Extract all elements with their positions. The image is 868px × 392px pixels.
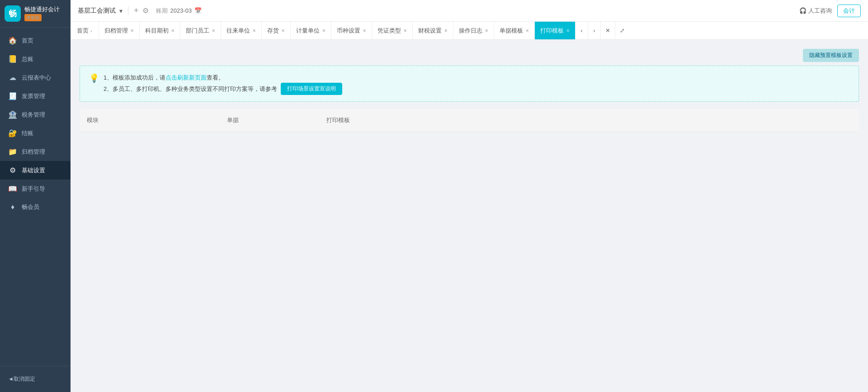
help-button[interactable]: 🎧 人工咨询	[799, 7, 832, 15]
sidebar-item-guide[interactable]: 📖 新手引导	[0, 179, 71, 198]
notice-content: 1、模板添加成功后，请点击刷新新页面查看。 2、多员工、多打印机、多种业务类型设…	[104, 72, 342, 95]
tab-close-icon[interactable]: ×	[444, 28, 448, 34]
tab-label: 科目期初	[145, 27, 169, 35]
sidebar-item-settings[interactable]: ⚙ 基础设置	[0, 161, 71, 179]
tab-expand-button[interactable]: ⤢	[615, 22, 630, 40]
home-icon: 🏠	[8, 36, 17, 45]
global-settings-button[interactable]: ⚙	[142, 6, 149, 15]
ledger-icon: 📒	[8, 55, 17, 63]
notice-box: 💡 1、模板添加成功后，请点击刷新新页面查看。 2、多员工、多打印机、多种业务类…	[80, 66, 859, 102]
sidebar-item-label: 首页	[22, 37, 33, 45]
notice-line1-suffix: 查看。	[207, 74, 224, 81]
company-selector[interactable]: 基层工会测试 ▾	[78, 7, 123, 15]
tab-close-icon[interactable]: ×	[131, 28, 134, 34]
tax-icon: 🏦	[8, 110, 17, 119]
tab-label: 凭证类型	[377, 27, 401, 35]
tab-currency[interactable]: 币种设置 ×	[331, 22, 372, 40]
print-scene-button[interactable]: 打印场景设置宣说明	[281, 83, 342, 95]
sidebar-item-invoice[interactable]: 🧾 发票管理	[0, 87, 71, 105]
period-label: 账期	[156, 7, 168, 15]
hide-template-button[interactable]: 隐藏预置模板设置	[803, 49, 859, 62]
tab-units[interactable]: 计量单位 ×	[291, 22, 331, 40]
tab-close-icon[interactable]: ×	[404, 28, 407, 34]
tab-operation-log[interactable]: 操作日志 ×	[453, 22, 494, 40]
table-col-receipt: 单据	[220, 113, 319, 127]
tab-home[interactable]: 首页 ›	[71, 22, 99, 40]
sidebar-item-label: 归档管理	[22, 148, 45, 156]
headset-icon: 🎧	[799, 7, 807, 14]
logo-icon: 畅	[5, 5, 21, 22]
tab-customers[interactable]: 往来单位 ×	[221, 22, 262, 40]
unpin-label: ◄取消固定	[8, 375, 35, 383]
sidebar-item-member[interactable]: ♦ 畅会员	[0, 198, 71, 216]
app-name: 畅捷通好会计	[24, 6, 60, 14]
sidebar-item-archive[interactable]: 📁 归档管理	[0, 142, 71, 161]
tab-home-arrow: ›	[90, 28, 92, 33]
notice-line2: 2、多员工、多打印机、多种业务类型设置不同打印方案等，请参考 打印场景设置宣说明	[104, 83, 342, 95]
tab-tax-settings[interactable]: 财税设置 ×	[413, 22, 453, 40]
invoice-icon: 🧾	[8, 92, 17, 100]
tab-voucher-type[interactable]: 凭证类型 ×	[372, 22, 413, 40]
notice-refresh-link[interactable]: 点击刷新新页面	[165, 74, 207, 81]
reports-icon: ☁	[8, 73, 17, 82]
tabbar: 首页 › 归档管理 × 科目期初 × 部门员工 × 往来单位 × 存货 × 计量…	[71, 22, 868, 40]
tab-label: 存货	[267, 27, 279, 35]
sidebar-item-label: 税务管理	[22, 111, 45, 119]
notice-line1-prefix: 1、模板添加成功后，请	[104, 74, 165, 81]
company-dropdown-icon[interactable]: ▾	[119, 7, 123, 14]
calendar-icon[interactable]: 📅	[194, 7, 202, 14]
sidebar-footer: ◄取消固定	[0, 366, 71, 392]
tab-subject-init[interactable]: 科目期初 ×	[140, 22, 180, 40]
add-tab-button[interactable]: +	[134, 6, 139, 15]
guide-icon: 📖	[8, 184, 17, 193]
topbar: 基层工会测试 ▾ + ⚙ 账期 2023-03 📅 🎧 人工咨询 会计	[71, 0, 868, 22]
sidebar-nav: 🏠 首页 📒 总账 ☁ 云报表中心 🧾 发票管理 🏦 税务管理 🔐 结账 📁 归…	[0, 28, 71, 366]
sidebar-item-reports[interactable]: ☁ 云报表中心	[0, 68, 71, 87]
tab-label: 币种设置	[337, 27, 360, 35]
tab-next-button[interactable]: ›	[588, 22, 601, 40]
tab-close-icon[interactable]: ×	[485, 28, 488, 34]
tab-close-icon[interactable]: ×	[282, 28, 285, 34]
tab-inventory[interactable]: 存货 ×	[262, 22, 291, 40]
unpin-button[interactable]: ◄取消固定	[0, 372, 71, 387]
tab-close-icon[interactable]: ×	[322, 28, 326, 34]
account-label: 会计	[843, 7, 855, 14]
tab-close-icon[interactable]: ×	[171, 28, 175, 34]
table-col-template: 打印模板	[319, 113, 859, 127]
app-logo: 畅 畅捷通好会计 体验版	[0, 0, 71, 28]
notice-line2-prefix: 2、多员工、多打印机、多种业务类型设置不同打印方案等，请参考	[104, 84, 277, 94]
tab-label: 打印模板	[540, 27, 564, 35]
tab-close-icon[interactable]: ×	[212, 28, 215, 34]
tab-archive[interactable]: 归档管理 ×	[99, 22, 140, 40]
archive-icon: 📁	[8, 147, 17, 156]
notice-icon: 💡	[89, 73, 99, 83]
tab-department[interactable]: 部门员工 ×	[180, 22, 221, 40]
tab-label: 往来单位	[226, 27, 250, 35]
tab-print-template[interactable]: 打印模板 ×	[535, 22, 576, 40]
sidebar-item-label: 云报表中心	[22, 74, 51, 82]
sidebar-item-label: 结账	[22, 129, 33, 137]
sidebar-item-closing[interactable]: 🔐 结账	[0, 124, 71, 142]
tab-close-icon[interactable]: ×	[253, 28, 256, 34]
topbar-right: 🎧 人工咨询 会计	[799, 5, 861, 17]
tab-prev-button[interactable]: ‹	[576, 22, 588, 40]
sidebar-item-tax[interactable]: 🏦 税务管理	[0, 105, 71, 124]
tab-close-icon[interactable]: ×	[526, 28, 529, 34]
sidebar-item-ledger[interactable]: 📒 总账	[0, 50, 71, 68]
main-area: 基层工会测试 ▾ + ⚙ 账期 2023-03 📅 🎧 人工咨询 会计 首页 ›	[71, 0, 868, 392]
tab-label: 部门员工	[186, 27, 209, 35]
tab-close-all-button[interactable]: ✕	[601, 22, 615, 40]
tab-label: 计量单位	[296, 27, 320, 35]
company-name: 基层工会测试	[78, 7, 116, 15]
tab-close-icon[interactable]: ×	[566, 28, 570, 34]
sidebar-item-home[interactable]: 🏠 首页	[0, 31, 71, 50]
app-sub: 体验版	[24, 14, 42, 21]
tab-label: 财税设置	[418, 27, 442, 35]
account-button[interactable]: 会计	[837, 5, 861, 17]
tab-close-icon[interactable]: ×	[363, 28, 366, 34]
tab-receipt-template[interactable]: 单据模板 ×	[494, 22, 535, 40]
page-content: 隐藏预置模板设置 💡 1、模板添加成功后，请点击刷新新页面查看。 2、多员工、多…	[71, 40, 868, 392]
tab-label: 操作日志	[459, 27, 482, 35]
member-icon: ♦	[8, 203, 17, 211]
table-col-module: 模块	[80, 113, 220, 127]
